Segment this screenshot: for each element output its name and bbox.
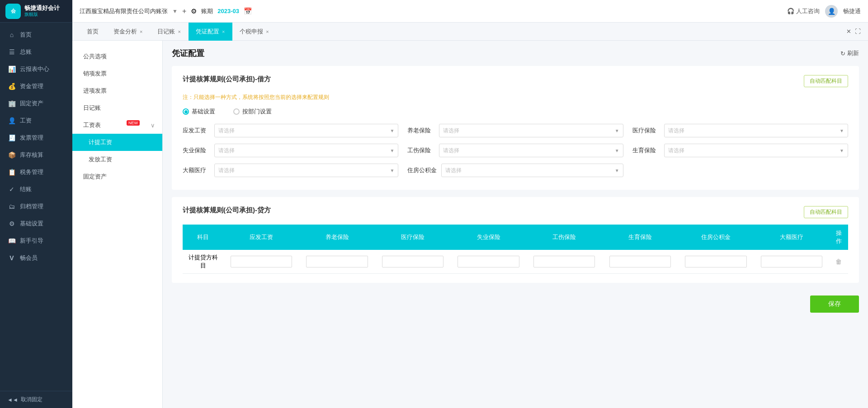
chevron-down-icon: ▼ — [840, 128, 844, 133]
sidebar-item-vip[interactable]: V 畅会员 — [0, 249, 72, 267]
select-pension[interactable]: 请选择 ▼ — [439, 124, 623, 137]
sidebar-item-fund[interactable]: 💰 资金管理 — [0, 78, 72, 95]
label-maternity: 生育保险 — [632, 146, 660, 155]
menu-item-sales-invoice[interactable]: 销项发票 — [72, 65, 162, 82]
unpin-button[interactable]: ◄◄ 取消固定 — [0, 391, 72, 408]
sidebar-item-settings[interactable]: ⚙ 基础设置 — [0, 215, 72, 232]
input-maternity[interactable] — [609, 256, 671, 267]
field-unemployment: 失业保险 请选择 ▼ — [183, 144, 398, 157]
input-basic-salary[interactable] — [231, 256, 292, 267]
expand-tabs-btn[interactable]: ⛶ — [855, 28, 861, 35]
sidebar-item-label: 税务管理 — [20, 168, 43, 176]
select-unemployment[interactable]: 请选择 ▼ — [214, 144, 398, 157]
sidebar-item-assets[interactable]: 🏢 固定资产 — [0, 95, 72, 112]
label-basic-salary: 应发工资 — [183, 127, 210, 135]
auto-match-debit-btn[interactable]: 自动匹配科目 — [804, 75, 848, 87]
payroll-icon: 👤 — [7, 117, 16, 124]
select-housing-fund[interactable]: 请选择 ▼ — [441, 164, 623, 177]
field-large-medical: 大额医疗 请选择 ▼ — [183, 164, 398, 177]
field-pension: 养老保险 请选择 ▼ — [407, 124, 623, 137]
col-housing: 住房公积金 — [678, 225, 754, 250]
sidebar-item-label: 工资 — [20, 117, 32, 125]
input-injury[interactable] — [533, 256, 595, 267]
close-period-icon: ✓ — [7, 186, 16, 193]
label-medical: 医疗保险 — [632, 127, 660, 135]
radio-basic-circle — [183, 108, 189, 115]
sidebar-item-inventory[interactable]: 📦 库存核算 — [0, 146, 72, 164]
tab-journal[interactable]: 日记账 × — [150, 23, 188, 41]
debit-section: 计提核算规则(公司承担)-借方 自动匹配科目 注：只能选择一种方式，系统将按照您… — [172, 66, 859, 190]
sidebar-item-payroll[interactable]: 👤 工资 — [0, 112, 72, 129]
delete-row-btn[interactable]: 🗑 — [835, 258, 842, 265]
tab-actions: ✕ ⛶ — [846, 28, 861, 35]
sidebar-item-ledger[interactable]: ☰ 总账 — [0, 43, 72, 61]
debit-section-header: 计提核算规则(公司承担)-借方 自动匹配科目 — [183, 75, 848, 88]
company-dropdown-btn[interactable]: ▼ — [172, 8, 178, 14]
sidebar: 会 畅捷通好会计 旗舰版 ⌂ 首页 ☰ 总账 📊 云报表中心 💰 资金管理 🏢 … — [0, 0, 72, 408]
select-maternity[interactable]: 请选择 ▼ — [664, 144, 848, 157]
input-pension[interactable] — [306, 256, 368, 267]
close-tab-journal[interactable]: × — [178, 29, 180, 34]
menu-item-public[interactable]: 公共选项 — [72, 48, 162, 65]
menu-item-purchase-invoice[interactable]: 进项发票 — [72, 82, 162, 99]
sidebar-item-home[interactable]: ⌂ 首页 — [0, 26, 72, 43]
menu-item-pay-payroll[interactable]: 发放工资 — [72, 151, 162, 168]
tab-voucher-config[interactable]: 凭证配置 × — [189, 23, 232, 41]
col-large-medical: 大额医疗 — [754, 225, 830, 250]
sidebar-navigation: ⌂ 首页 ☰ 总账 📊 云报表中心 💰 资金管理 🏢 固定资产 👤 工资 🧾 发… — [0, 23, 72, 391]
chevron-down-icon: ▼ — [390, 128, 394, 133]
radio-group: 基础设置 按部门设置 — [183, 108, 848, 116]
chevron-down-icon: ▼ — [615, 128, 619, 133]
app-version: 旗舰版 — [24, 11, 60, 18]
add-account-btn[interactable]: + — [182, 7, 186, 15]
input-medical[interactable] — [382, 256, 443, 267]
settings-btn[interactable]: ⚙ — [191, 7, 197, 15]
close-all-tabs-btn[interactable]: ✕ — [846, 28, 851, 35]
customer-service-btn[interactable]: 🎧 人工咨询 — [787, 7, 820, 15]
auto-match-credit-btn[interactable]: 自动匹配科目 — [804, 206, 848, 218]
sidebar-item-invoice[interactable]: 🧾 发票管理 — [0, 129, 72, 146]
logo-text-block: 畅捷通好会计 旗舰版 — [24, 5, 60, 18]
select-injury[interactable]: 请选择 ▼ — [439, 144, 623, 157]
menu-item-journal[interactable]: 日记账 — [72, 99, 162, 117]
close-tab-voucher[interactable]: × — [222, 29, 225, 34]
menu-item-fixed-assets[interactable]: 固定资产 — [72, 168, 162, 185]
sidebar-item-close[interactable]: ✓ 结账 — [0, 181, 72, 198]
save-button[interactable]: 保存 — [810, 295, 859, 313]
select-medical[interactable]: 请选择 ▼ — [664, 124, 848, 137]
menu-item-payroll-table[interactable]: 工资表 NEW ∨ — [72, 117, 162, 134]
page-header: 凭证配置 ↻ 刷新 — [172, 48, 859, 59]
row-label: 计提贷方科目 — [183, 250, 223, 274]
label-pension: 养老保险 — [407, 127, 434, 135]
sidebar-item-tax[interactable]: 📋 税务管理 — [0, 164, 72, 181]
select-basic-salary[interactable]: 请选择 ▼ — [214, 124, 398, 137]
archive-icon: 🗂 — [7, 203, 16, 210]
close-tab-tax[interactable]: × — [266, 29, 269, 34]
refresh-btn[interactable]: ↻ 刷新 — [840, 49, 859, 57]
input-large-medical[interactable] — [761, 256, 822, 267]
vip-icon: V — [7, 254, 16, 262]
tab-fund-analysis[interactable]: 资金分析 × — [106, 23, 150, 41]
radio-department[interactable]: 按部门设置 — [233, 108, 272, 116]
input-housing[interactable] — [685, 256, 746, 267]
field-housing-fund: 住房公积金 请选择 ▼ — [407, 164, 623, 177]
tab-tax[interactable]: 个税申报 × — [232, 23, 276, 41]
input-unemployment[interactable] — [458, 256, 519, 267]
tab-home[interactable]: 首页 — [80, 23, 106, 41]
unpin-label: 取消固定 — [21, 396, 42, 403]
topbar-right: 🎧 人工咨询 👤 畅捷通 — [787, 5, 861, 18]
sidebar-item-label: 新手引导 — [20, 237, 43, 245]
debit-section-title: 计提核算规则(公司承担)-借方 — [183, 75, 271, 84]
sidebar-item-reports[interactable]: 📊 云报表中心 — [0, 61, 72, 78]
col-unemployment: 失业保险 — [451, 225, 527, 250]
col-maternity: 生育保险 — [602, 225, 678, 250]
sidebar-item-guide[interactable]: 📖 新手引导 — [0, 232, 72, 249]
close-tab-fund[interactable]: × — [140, 29, 142, 34]
select-large-medical[interactable]: 请选择 ▼ — [214, 164, 398, 177]
radio-basic[interactable]: 基础设置 — [183, 108, 215, 116]
calendar-icon[interactable]: 📅 — [244, 7, 252, 15]
right-content: 凭证配置 ↻ 刷新 计提核算规则(公司承担)-借方 自动匹配科目 注：只能选择一… — [163, 41, 868, 408]
menu-item-accrue-payroll[interactable]: 计提工资 — [72, 134, 162, 151]
sidebar-item-archive[interactable]: 🗂 归档管理 — [0, 198, 72, 215]
col-basic-salary: 应发工资 — [223, 225, 299, 250]
